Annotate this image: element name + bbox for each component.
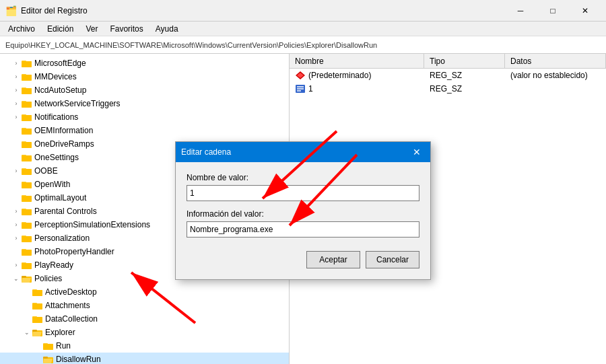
cell-datos-0: (valor no establecido) (505, 69, 606, 82)
dialog-titlebar: Editar cadena ✕ (176, 142, 430, 162)
dialog-cancelar-button[interactable]: Cancelar (366, 251, 419, 268)
folder-icon-ncdautosetup (22, 85, 32, 95)
tree-toggle-run[interactable] (32, 340, 43, 351)
tree-label-ncdautosetup: NcdAutoSetup (34, 85, 86, 95)
tree-toggle-playready[interactable]: › (11, 260, 22, 270)
tree-toggle-openwith[interactable] (11, 179, 22, 190)
menu-item-ver[interactable]: Ver (80, 23, 103, 35)
dialog-input-info[interactable] (187, 221, 419, 238)
tree-item-oeminformation[interactable]: OEMInformation (0, 124, 289, 137)
tree-label-parentalcontrols: Parental Controls (34, 207, 97, 216)
folder-icon-attachments (32, 301, 43, 310)
tree-toggle-perceptionsimulation[interactable]: › (11, 219, 22, 230)
dialog-aceptar-button[interactable]: Aceptar (306, 251, 360, 268)
edit-dialog: Editar cadena ✕ Nombre de valor: Informa… (175, 141, 431, 280)
tree-label-microsoftedge: MicrosoftEdge (34, 59, 86, 68)
tree-item-run[interactable]: Run (0, 339, 289, 353)
tree-toggle-oobe[interactable]: › (11, 166, 22, 176)
tree-label-playready: PlayReady (34, 260, 73, 270)
tree-label-onesettings: OneSettings (34, 153, 79, 162)
tree-toggle-explorer[interactable]: ⌄ (22, 327, 32, 338)
tree-toggle-attachments[interactable] (22, 300, 32, 311)
svg-marker-50 (22, 278, 31, 283)
tree-toggle-photopropertyhandler[interactable] (11, 246, 22, 257)
tree-toggle-networkservicetriggers[interactable]: › (11, 98, 22, 109)
tree-item-networkservicetriggers[interactable]: › NetworkServiceTriggers (0, 97, 289, 110)
tree-toggle-onedriveRamps[interactable] (11, 139, 22, 149)
tree-item-ncdautosetup[interactable]: › NcdAutoSetup (0, 83, 289, 97)
menu-bar: ArchivoEdiciónVerFavoritosAyuda (0, 22, 606, 36)
tree-item-disallowrun[interactable]: DisallowRun (0, 353, 289, 364)
svg-rect-61 (32, 330, 37, 332)
folder-icon-policies (22, 274, 32, 283)
tree-item-attachments[interactable]: Attachments (0, 299, 289, 312)
tree-item-explorer[interactable]: ⌄ Explorer (0, 326, 289, 339)
menu-item-archivo[interactable]: Archivo (3, 23, 40, 35)
dialog-body: Nombre de valor: Información del valor: … (176, 162, 430, 279)
folder-icon-run (43, 341, 54, 351)
tree-item-microsoftedge[interactable]: › MicrosoftEdge (0, 57, 289, 70)
svg-rect-47 (22, 263, 32, 269)
svg-rect-2 (22, 61, 32, 67)
folder-icon-openwith (22, 180, 32, 189)
table-row[interactable]: 1REG_SZ (290, 82, 606, 96)
dialog-label-info: Información del valor: (187, 209, 419, 219)
svg-rect-59 (32, 317, 42, 323)
tree-label-run: Run (56, 341, 71, 351)
tree-label-personalization: Personalization (34, 233, 90, 243)
tree-toggle-personalization[interactable]: › (11, 233, 22, 244)
tree-toggle-optimallayout[interactable] (11, 192, 22, 203)
minimize-button[interactable]: ─ (505, 0, 536, 22)
svg-rect-14 (22, 115, 32, 121)
tree-toggle-ncdautosetup[interactable]: › (11, 85, 22, 96)
folder-icon-photopropertyhandler (22, 247, 32, 256)
title-bar: 🗂️ Editor del Registro ─ □ ✕ (0, 0, 606, 22)
tree-toggle-onesettings[interactable] (11, 152, 22, 163)
tree-toggle-activedesktop[interactable] (22, 287, 32, 297)
tree-toggle-datacollection[interactable] (22, 314, 32, 324)
menu-item-edición[interactable]: Edición (42, 23, 79, 35)
svg-marker-68 (43, 359, 53, 363)
maximize-button[interactable]: □ (537, 0, 568, 22)
table-row[interactable]: (Predeterminado)REG_SZ(valor no establec… (290, 69, 606, 82)
svg-rect-20 (22, 142, 32, 148)
col-header-tipo[interactable]: Tipo (424, 54, 505, 68)
folder-icon-personalization (22, 233, 32, 243)
default-value-icon (295, 71, 306, 80)
col-header-datos[interactable]: Datos (505, 54, 606, 68)
dialog-buttons: Aceptar Cancelar (187, 251, 419, 268)
svg-rect-26 (22, 169, 32, 175)
tree-toggle-parentalcontrols[interactable]: › (11, 206, 22, 217)
tree-label-networkservicetriggers: NetworkServiceTriggers (34, 99, 121, 108)
menu-item-favoritos[interactable]: Favoritos (104, 23, 148, 35)
tree-label-oeminformation: OEMInformation (34, 126, 93, 135)
tree-item-mmdevices[interactable]: › MMDevices (0, 70, 289, 83)
close-button[interactable]: ✕ (570, 0, 601, 22)
tree-toggle-policies[interactable]: ⌄ (11, 273, 22, 284)
col-header-nombre[interactable]: Nombre (290, 54, 424, 68)
title-bar-left: 🗂️ Editor del Registro (5, 5, 88, 16)
menu-item-ayuda[interactable]: Ayuda (150, 23, 184, 35)
tree-toggle-microsoftedge[interactable]: › (11, 58, 22, 69)
tree-toggle-mmdevices[interactable]: › (11, 71, 22, 82)
svg-rect-38 (22, 223, 32, 229)
tree-item-datacollection[interactable]: DataCollection (0, 312, 289, 326)
svg-rect-35 (22, 209, 32, 215)
tree-toggle-disallowrun[interactable] (32, 354, 43, 364)
dialog-close-button[interactable]: ✕ (409, 144, 425, 160)
folder-icon-oeminformation (22, 126, 32, 135)
tree-toggle-oeminformation[interactable] (11, 125, 22, 136)
tree-toggle-notifications[interactable]: › (11, 112, 22, 122)
tree-item-notifications[interactable]: › Notifications (0, 110, 289, 124)
dialog-input-nombre[interactable] (187, 185, 419, 201)
svg-rect-65 (43, 344, 53, 350)
tree-label-perceptionsimulation: PerceptionSimulationExtensions (34, 220, 150, 229)
svg-rect-11 (22, 102, 32, 108)
folder-icon-perceptionsimulation (22, 220, 32, 229)
tree-item-activedesktop[interactable]: ActiveDesktop (0, 285, 289, 299)
folder-icon-disallowrun (43, 355, 54, 364)
address-bar: Equipo\HKEY_LOCAL_MACHINE\SOFTWARE\Micro… (0, 36, 606, 54)
tree-label-notifications: Notifications (34, 112, 78, 122)
svg-rect-8 (22, 88, 32, 94)
folder-icon-parentalcontrols (22, 207, 32, 216)
